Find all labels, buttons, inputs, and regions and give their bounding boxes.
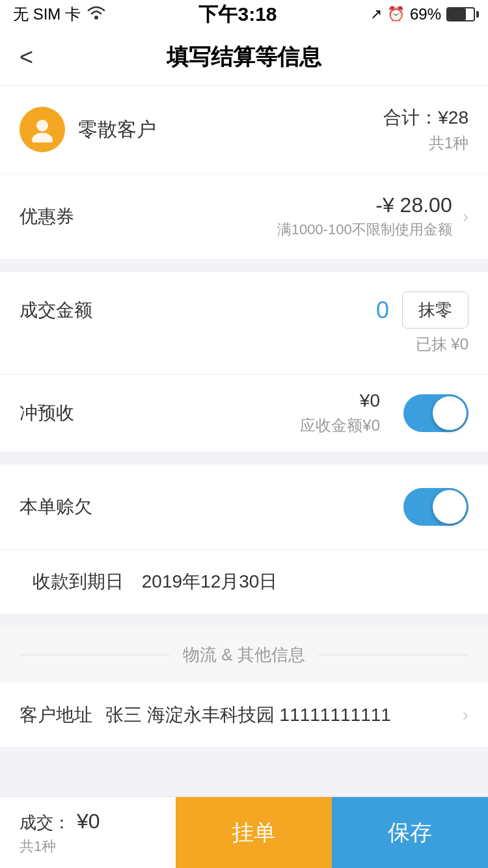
battery-percent: 69% <box>410 5 441 23</box>
deferred-toggle[interactable] <box>403 488 468 526</box>
coupon-amount: -¥ 28.00 <box>277 193 452 217</box>
status-left: 无 SIM 卡 <box>13 4 105 25</box>
bottom-bar: 成交： ¥0 共1种 挂单 保存 <box>0 796 488 868</box>
status-right: ↗ ⏰ 69% <box>370 5 475 23</box>
coupon-chevron: › <box>463 206 468 227</box>
logistics-header: 物流 & 其他信息 <box>0 627 488 683</box>
amount-input-area: 0 抹零 <box>350 292 468 329</box>
battery-icon <box>446 7 475 21</box>
deal-amount-row: 成交金额 0 抹零 已抹 ¥0 <box>0 272 488 374</box>
customer-total: 合计：¥28 <box>383 105 468 130</box>
bottom-deal-value: ¥0 <box>77 809 100 834</box>
due-date-row: 收款到期日 2019年12月30日 <box>0 549 488 614</box>
page-title: 填写结算等信息 <box>167 42 321 72</box>
customer-left: 零散客户 <box>20 107 156 152</box>
logistics-section: 物流 & 其他信息 客户地址 张三 海淀永丰科技园 11111111111 › <box>0 627 488 747</box>
bottom-count: 共1种 <box>20 837 156 856</box>
customer-count: 共1种 <box>383 133 468 154</box>
alarm-icon: ⏰ <box>387 6 405 23</box>
deal-amount-label: 成交金额 <box>20 298 92 323</box>
precollect-sub: 应收金额¥0 <box>300 415 380 436</box>
coupon-right: -¥ 28.00 满1000-100不限制使用金额 › <box>277 193 468 239</box>
carrier-text: 无 SIM 卡 <box>13 4 81 25</box>
customer-right: 合计：¥28 共1种 <box>383 105 468 154</box>
round-button[interactable]: 抹零 <box>402 292 468 329</box>
precollect-info: ¥0 应收金额¥0 <box>300 390 380 436</box>
due-date-value: 2019年12月30日 <box>142 571 278 591</box>
address-row[interactable]: 客户地址 张三 海淀永丰科技园 11111111111 › <box>0 683 488 747</box>
deferred-label: 本单赊欠 <box>20 495 92 519</box>
precollect-label: 冲预收 <box>20 401 74 426</box>
svg-point-0 <box>94 16 98 20</box>
status-bar: 无 SIM 卡 下午3:18 ↗ ⏰ 69% <box>0 0 488 29</box>
customer-avatar <box>20 107 65 152</box>
svg-point-1 <box>36 120 48 131</box>
precollect-toggle[interactable] <box>403 394 468 432</box>
coupon-value: -¥ 28.00 满1000-100不限制使用金额 <box>277 193 452 239</box>
nav-bar: < 填写结算等信息 <box>0 29 488 86</box>
toggle-knob <box>433 396 467 430</box>
svg-point-2 <box>32 133 53 142</box>
precollect-row: 冲预收 ¥0 应收金额¥0 <box>0 374 488 452</box>
address-label: 客户地址 <box>20 703 92 727</box>
due-date-label: 收款到期日 <box>33 571 124 591</box>
save-button[interactable]: 保存 <box>332 797 488 869</box>
deal-amount-value[interactable]: 0 <box>350 297 389 324</box>
customer-section: 零散客户 合计：¥28 共1种 优惠券 -¥ 28.00 满1000-100不限… <box>0 86 488 259</box>
bottom-deal-label: 成交： <box>20 811 70 834</box>
bottom-info: 成交： ¥0 共1种 <box>0 809 176 856</box>
amount-row-top: 成交金额 0 抹零 <box>20 292 468 329</box>
coupon-row[interactable]: 优惠券 -¥ 28.00 满1000-100不限制使用金额 › <box>0 173 488 259</box>
precollect-right: ¥0 应收金额¥0 <box>300 390 468 436</box>
address-chevron: › <box>463 705 468 726</box>
hang-button[interactable]: 挂单 <box>176 797 332 869</box>
back-button[interactable]: < <box>20 37 46 77</box>
coupon-desc: 满1000-100不限制使用金额 <box>277 220 452 239</box>
content: 零散客户 合计：¥28 共1种 优惠券 -¥ 28.00 满1000-100不限… <box>0 86 488 838</box>
logistics-label: 物流 & 其他信息 <box>183 644 305 666</box>
deferred-section: 本单赊欠 收款到期日 2019年12月30日 <box>0 465 488 614</box>
coupon-label: 优惠券 <box>20 204 74 229</box>
precollect-amount: ¥0 <box>360 390 380 411</box>
customer-row: 零散客户 合计：¥28 共1种 <box>0 86 488 173</box>
wifi-icon <box>87 5 105 23</box>
location-icon: ↗ <box>370 6 382 23</box>
address-value: 张三 海淀永丰科技园 11111111111 <box>105 703 450 727</box>
deferred-row: 本单赊欠 <box>0 465 488 549</box>
deferred-toggle-knob <box>433 490 467 524</box>
deal-section: 成交金额 0 抹零 已抹 ¥0 冲预收 ¥0 应收金额¥0 <box>0 272 488 452</box>
bottom-deal: 成交： ¥0 <box>20 809 156 834</box>
status-time: 下午3:18 <box>198 1 277 28</box>
deal-amount-sub: 已抹 ¥0 <box>20 334 468 355</box>
customer-name: 零散客户 <box>78 116 156 143</box>
